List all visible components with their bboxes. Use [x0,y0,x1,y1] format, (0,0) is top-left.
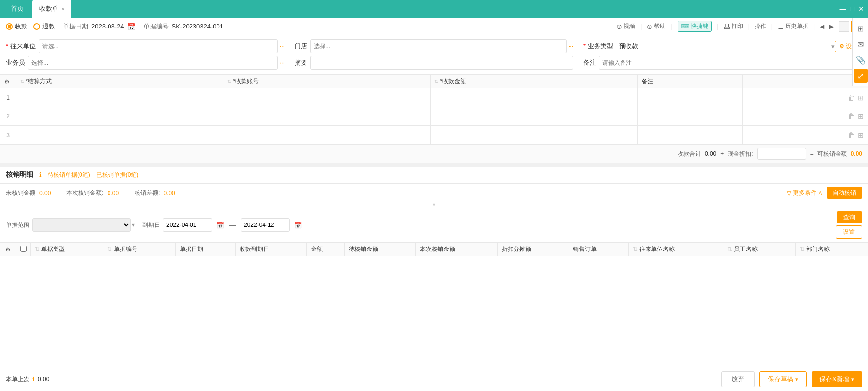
radio-refund-dot [33,23,40,30]
settings-header[interactable]: ⚙ [0,75,16,88]
right-panel-expand-icon[interactable]: ⤢ [854,69,868,83]
window-maximize-icon[interactable]: □ [850,5,854,13]
td-settlement-1[interactable] [16,88,223,107]
bottom-info-icon[interactable]: ℹ [32,376,35,383]
sort-icon: ⇅ [20,79,24,84]
shop-input[interactable] [310,39,567,53]
tab-close-icon[interactable]: × [61,6,64,12]
dt-checkbox-header[interactable] [16,243,31,256]
dt-select-all-checkbox[interactable] [20,246,27,252]
date-from-calendar-icon[interactable]: 📅 [217,222,224,229]
radio-receipt[interactable]: 收款 [6,22,27,31]
tab-bar: 首页 收款单 × — □ ✕ [0,0,868,18]
number-label: 单据编号 [143,22,169,31]
td-settlement-3[interactable] [16,126,223,144]
td-action-2: 🗑 ⊞ [742,107,868,126]
shortcut-btn[interactable]: ⌨ 快捷键 [678,21,712,32]
pending-tab[interactable]: 待核销单据(0笔) [48,171,90,179]
td-account-1[interactable] [223,88,431,107]
save-new-btn[interactable]: 保存&新增 ▾ [812,371,862,387]
dt-th-employee: ⇅ 员工名称 [723,243,795,256]
td-action-3: 🗑 ⊞ [742,126,868,144]
gear-icon: ⚙ [839,43,844,50]
tab-home[interactable]: 首页 [4,0,30,18]
window-minimize-icon[interactable]: — [840,5,846,13]
info-icon[interactable]: ℹ [39,171,42,178]
counterpart-input[interactable] [39,39,278,53]
discount-label: 现金折扣: [728,150,753,158]
td-remark-3[interactable] [638,126,743,144]
nav-right-icon[interactable]: ▶ [829,23,834,30]
right-panel-table-icon[interactable]: ⊞ [854,22,868,35]
this-check-value: 0.00 [108,190,119,196]
range-select[interactable] [32,218,131,232]
td-amount-1[interactable] [431,88,638,107]
abandon-btn[interactable]: 放弃 [721,371,755,387]
date-to-input[interactable] [241,218,290,232]
history-btn[interactable]: ≣ 历史单据 [778,22,809,30]
dt-th-sales-order: 销售订单 [569,243,628,256]
delete-icon-3[interactable]: 🗑 [848,131,855,139]
range-dropdown-icon[interactable]: ▾ [132,222,135,228]
td-settlement-2[interactable] [16,107,223,126]
summary-field: 摘要 [295,56,573,70]
calendar-icon[interactable]: 📅 [127,23,136,30]
view-list-icon[interactable]: ≡ [839,21,849,32]
right-panel-clip-icon[interactable]: 📎 [854,53,868,67]
more-conditions-btn[interactable]: ▽ 更多条件 ∧ [787,189,823,197]
auto-offset-btn[interactable]: 自动核销 [827,187,862,199]
td-action-1: 🗑 ⊞ [742,88,868,107]
due-date-label: 到期日 [142,221,160,229]
business-type-select-wrap: 预收款 ▾ [616,42,835,51]
last-value: 0.00 [38,376,49,383]
divider1: | [640,23,642,30]
save-draft-btn[interactable]: 保存草稿 ▾ [760,371,807,387]
td-remark-1[interactable] [638,88,743,107]
right-panel-mail-icon[interactable]: ✉ [854,37,868,51]
video-label: 视频 [624,22,635,30]
sort-icon: ⇅ [633,246,638,252]
dt-settings-header[interactable]: ⚙ [0,243,16,256]
remark-input[interactable] [599,56,862,70]
copy-icon-1[interactable]: ⊞ [858,94,864,102]
toolbar-right: ⊙ 视频 | ⊙ 帮助 | ⌨ 快捷键 | 🖶 打印 | 操作 | [616,21,862,32]
radio-refund[interactable]: 退款 [33,22,55,31]
query-btn[interactable]: 查询 [837,211,862,223]
completed-tab[interactable]: 已核销单据(0笔) [96,171,139,179]
table-header-row: ⚙ ⇅ *结算方式 ⇅ *收款账号 ⇅ *收款金额 备注 操作 [0,75,868,88]
form-section: * 往来单位 ··· 门店 ··· * 业务类型 预收款 ▾ [0,35,868,74]
discount-input[interactable] [757,148,806,160]
date-from-input[interactable] [163,218,212,232]
filter-collapse-arrow[interactable]: ∨ [0,202,868,208]
divider6: | [814,23,815,30]
counterpart-more-icon[interactable]: ··· [280,43,285,50]
operation-btn[interactable]: 操作 [755,22,766,30]
salesperson-input[interactable] [28,56,278,70]
td-amount-3[interactable] [431,126,638,144]
nav-left-icon[interactable]: ◀ [820,23,824,30]
td-account-3[interactable] [223,126,431,144]
divider5: | [771,23,773,30]
summary-input[interactable] [310,56,573,70]
delete-icon-1[interactable]: 🗑 [848,94,855,102]
print-btn[interactable]: 🖶 打印 [723,22,743,30]
salesperson-more-icon[interactable]: ··· [280,59,285,66]
copy-icon-2[interactable]: ⊞ [858,112,864,120]
table-row: 3 🗑 ⊞ [0,126,868,144]
date-to-calendar-icon[interactable]: 📅 [294,222,302,229]
copy-icon-3[interactable]: ⊞ [858,131,864,139]
td-account-2[interactable] [223,107,431,126]
td-remark-2[interactable] [638,107,743,126]
divider3: | [717,23,718,30]
table-row: 2 🗑 ⊞ [0,107,868,126]
search-set-btn[interactable]: 设置 [836,225,862,239]
tab-current[interactable]: 收款单 × [32,0,71,18]
help-btn[interactable]: ⊙ 帮助 [647,22,666,30]
delete-icon-2[interactable]: 🗑 [848,112,855,120]
td-amount-2[interactable] [431,107,638,126]
window-close-icon[interactable]: ✕ [858,5,864,13]
shop-more-icon[interactable]: ··· [569,43,573,50]
counterpart-label: * 往来单位 [6,42,36,51]
video-btn[interactable]: ⊙ 视频 [616,22,635,30]
business-type-dropdown-icon[interactable]: ▾ [831,43,835,50]
